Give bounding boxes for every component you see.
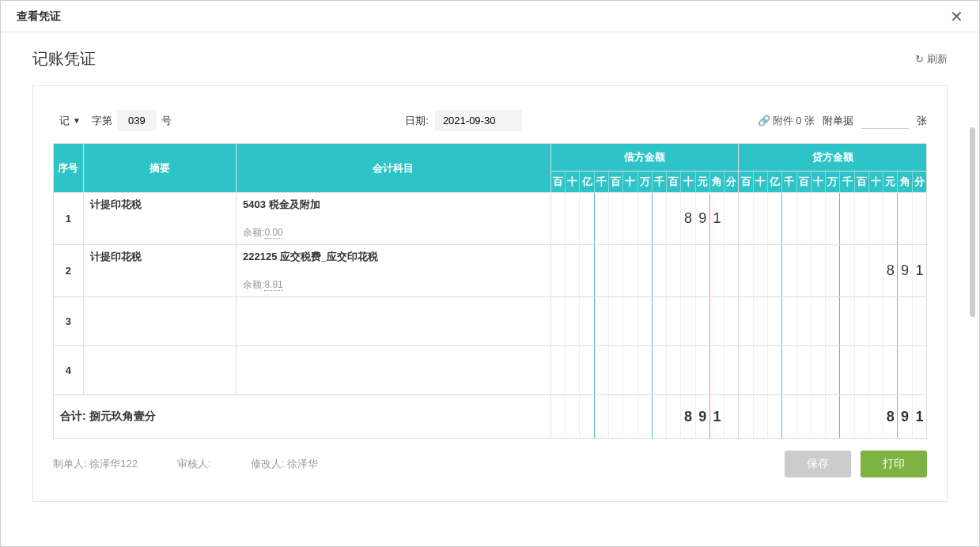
digit xyxy=(739,245,753,296)
digit: 9 xyxy=(898,245,912,296)
refresh-link[interactable]: ↻ 刷新 xyxy=(915,52,948,66)
digit: 1 xyxy=(913,395,926,438)
digit-header: 千 xyxy=(782,172,796,192)
digit xyxy=(609,346,623,394)
scrollbar[interactable] xyxy=(970,127,975,317)
digit xyxy=(653,193,667,244)
attach-doc-input[interactable] xyxy=(861,113,909,129)
balance-line: 余额:8.91 xyxy=(243,278,544,292)
voucher-type-dropdown[interactable]: 记 ▼ xyxy=(53,111,87,131)
voucher-card: 记 ▼ 字第 号 日期: 🔗 附件 0 张 附单据 xyxy=(32,85,948,502)
digit xyxy=(869,395,884,438)
attach-doc-label: 附单据 xyxy=(823,114,853,128)
table-head: 序号 摘要 会计科目 借方金额 贷方金额 百十亿千百十万千百十元角分百十亿千百十… xyxy=(54,144,927,193)
amount-cell[interactable] xyxy=(739,297,927,346)
digit xyxy=(696,297,710,345)
digit xyxy=(812,395,826,438)
digit xyxy=(595,245,609,296)
digit xyxy=(898,193,912,244)
digit xyxy=(681,245,695,296)
col-seq: 序号 xyxy=(54,144,84,193)
digit-header: 千 xyxy=(653,172,667,192)
digit: 9 xyxy=(898,395,912,438)
amount-cell[interactable]: 891 xyxy=(739,245,927,297)
row-seq: 1 xyxy=(54,193,84,245)
save-button[interactable]: 保存 xyxy=(785,451,851,477)
digit-header: 千 xyxy=(595,172,609,192)
digit xyxy=(566,193,580,244)
total-row: 合计: 捌元玖角壹分891891 xyxy=(54,395,927,439)
digit-header: 百 xyxy=(667,172,681,192)
digit-header: 元 xyxy=(696,172,710,192)
amount-cell[interactable]: 891 xyxy=(551,395,739,439)
digit xyxy=(768,193,782,244)
digit: 8 xyxy=(884,395,898,438)
summary-cell[interactable] xyxy=(83,297,236,346)
amount-cell[interactable] xyxy=(551,245,739,297)
digit xyxy=(826,245,840,296)
summary-cell[interactable] xyxy=(83,346,236,395)
voucher-date-input[interactable] xyxy=(435,110,522,131)
digit xyxy=(580,346,594,394)
summary-cell[interactable]: 计提印花税 xyxy=(83,193,236,245)
digit xyxy=(782,346,796,394)
subject-cell[interactable]: 222125 应交税费_应交印花税余额:8.91 xyxy=(236,245,551,297)
attachment-link[interactable]: 🔗 附件 0 张 xyxy=(758,114,815,128)
digit xyxy=(638,193,653,244)
maker-info: 制单人: 徐泽华122 xyxy=(53,457,138,471)
digit xyxy=(638,297,653,345)
digit xyxy=(913,193,926,244)
digit xyxy=(566,346,580,394)
digit xyxy=(696,245,710,296)
digit xyxy=(739,297,753,345)
amount-cell[interactable] xyxy=(739,346,927,395)
digit xyxy=(797,395,812,438)
table-row: 3 xyxy=(54,297,927,346)
meta-right: 🔗 附件 0 张 附单据 张 xyxy=(758,113,927,129)
close-button[interactable]: ✕ xyxy=(950,7,963,26)
amount-cell[interactable] xyxy=(739,193,927,245)
voucher-number-input[interactable] xyxy=(117,110,157,131)
digit xyxy=(739,193,753,244)
digit-header: 十 xyxy=(623,172,638,192)
voucher-title: 记账凭证 xyxy=(32,48,96,70)
digit xyxy=(739,346,753,394)
digit xyxy=(623,346,638,394)
table-row: 1计提印花税5403 税金及附加余额:0.00891 xyxy=(54,193,927,245)
zi-di-label: 字第 xyxy=(92,114,112,128)
digit xyxy=(812,346,826,394)
digit xyxy=(855,346,869,394)
digit xyxy=(653,346,667,394)
digit xyxy=(826,395,840,438)
digit-header: 角 xyxy=(898,172,912,192)
digit xyxy=(580,297,594,345)
amount-cell[interactable]: 891 xyxy=(739,395,927,439)
col-debit: 借方金额 xyxy=(551,144,739,172)
content-wrapper: 记账凭证 ↻ 刷新 记 ▼ 字第 号 日期: xyxy=(1,32,979,546)
digit xyxy=(725,297,738,345)
amount-cell[interactable] xyxy=(551,297,739,346)
digit xyxy=(653,395,667,438)
digit xyxy=(609,297,623,345)
hao-label: 号 xyxy=(161,114,172,128)
digit xyxy=(768,395,782,438)
print-button[interactable]: 打印 xyxy=(861,451,927,477)
subject-cell[interactable]: 5403 税金及附加余额:0.00 xyxy=(236,193,551,245)
digit xyxy=(725,193,738,244)
digit-header: 亿 xyxy=(768,172,782,192)
subject-cell[interactable] xyxy=(236,346,551,395)
digit: 9 xyxy=(696,193,710,244)
meta-mid: 日期: xyxy=(405,110,749,131)
digit-header: 千 xyxy=(840,172,854,192)
summary-cell[interactable]: 计提印花税 xyxy=(83,245,236,297)
digit xyxy=(653,245,667,296)
digit xyxy=(580,193,594,244)
amount-cell[interactable]: 891 xyxy=(551,193,739,245)
attachment-label: 附件 0 张 xyxy=(773,114,815,128)
digit: 1 xyxy=(710,193,725,244)
digit xyxy=(595,297,609,345)
digit xyxy=(812,245,826,296)
subject-cell[interactable] xyxy=(236,297,551,346)
digit xyxy=(754,395,768,438)
amount-cell[interactable] xyxy=(551,346,739,395)
